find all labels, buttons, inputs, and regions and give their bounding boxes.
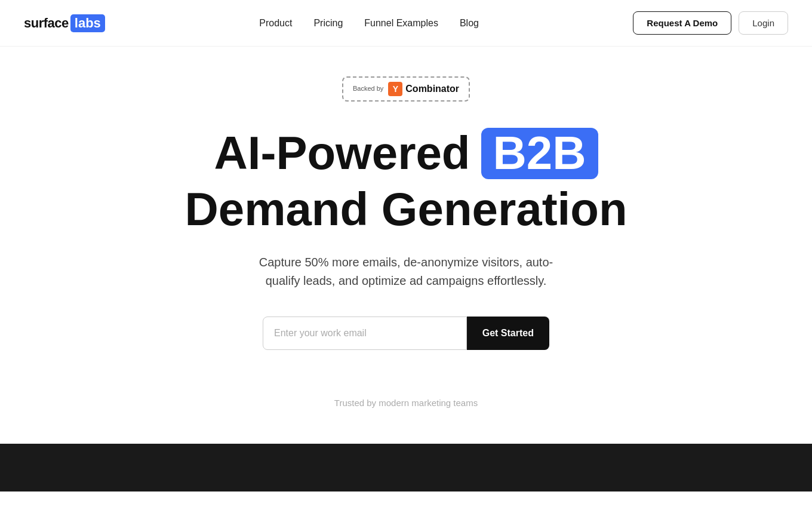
- hero-subtitle-line1: Capture 50% more emails, de-anonymize vi…: [259, 256, 553, 269]
- email-form: Get Started: [263, 317, 549, 350]
- hero-b2b-badge: B2B: [481, 128, 598, 179]
- yc-y-icon: Y: [388, 82, 402, 96]
- login-button[interactable]: Login: [739, 11, 788, 35]
- nav-actions: Request A Demo Login: [633, 11, 788, 35]
- yc-combinator-text: Combinator: [405, 84, 459, 94]
- hero-section: Backed by Y Combinator AI-Powered B2B De…: [0, 47, 812, 432]
- yc-logo: Y Combinator: [388, 82, 459, 96]
- hero-title: AI-Powered B2B Demand Generation: [184, 128, 627, 235]
- navbar: surfacelabs Product Pricing Funnel Examp…: [0, 0, 812, 47]
- backed-by-text: Backed by: [353, 85, 383, 93]
- dark-footer-strip: [0, 444, 812, 492]
- request-demo-button[interactable]: Request A Demo: [633, 11, 731, 35]
- nav-link-pricing[interactable]: Pricing: [313, 18, 343, 29]
- hero-title-line2: Demand Generation: [184, 184, 627, 235]
- get-started-button[interactable]: Get Started: [467, 317, 549, 350]
- trusted-text: Trusted by modern marketing teams: [334, 398, 478, 408]
- nav-link-product[interactable]: Product: [259, 18, 292, 29]
- email-input[interactable]: [263, 317, 467, 350]
- nav-link-funnel-examples[interactable]: Funnel Examples: [364, 18, 438, 29]
- hero-title-line1: AI-Powered B2B: [184, 128, 627, 179]
- hero-subtitle-line2: qualify leads, and optimize ad campaigns…: [266, 274, 547, 287]
- hero-title-prefix: AI-Powered: [214, 128, 470, 179]
- nav-links: Product Pricing Funnel Examples Blog: [259, 18, 479, 29]
- yc-badge: Backed by Y Combinator: [342, 76, 470, 102]
- hero-subtitle: Capture 50% more emails, de-anonymize vi…: [259, 253, 553, 290]
- logo-labs-text: labs: [70, 14, 105, 32]
- logo-surface-text: surface: [24, 16, 69, 31]
- logo[interactable]: surfacelabs: [24, 14, 105, 32]
- nav-link-blog[interactable]: Blog: [460, 18, 479, 29]
